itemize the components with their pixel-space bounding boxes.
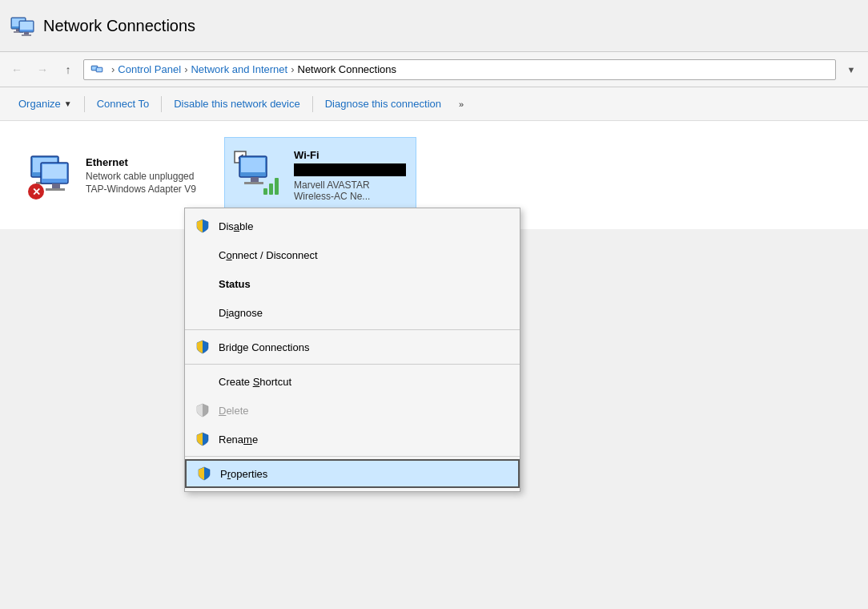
shield-bridge-icon — [195, 339, 211, 355]
wifi-adapter-info: Wi-Fi Marvell AVASTAR Wireless-AC Ne... — [294, 149, 408, 202]
ethernet-adapter-card[interactable]: ✕ Ethernet Network cable unplugged TAP-W… — [16, 137, 208, 213]
address-path: › Control Panel › Network and Internet ›… — [83, 59, 836, 80]
ctx-diagnose[interactable]: Diagnose — [185, 298, 520, 327]
svg-text:✕: ✕ — [32, 186, 41, 198]
disable-button[interactable]: Disable this network device — [163, 91, 311, 117]
ctx-status-icon-empty — [195, 276, 211, 292]
forward-button[interactable]: → — [32, 59, 53, 80]
svg-rect-27 — [244, 182, 263, 184]
ethernet-adapter-icon: ✕ — [25, 150, 76, 201]
ethernet-adapter-name: Ethernet — [86, 156, 199, 168]
window-icon — [10, 13, 35, 38]
ctx-bridge[interactable]: Bridge Connections — [185, 333, 520, 361]
shield-properties-icon — [196, 466, 212, 482]
wifi-adapter-card[interactable]: ✓ Wi-Fi Marvell AVASTAR Wireless-AC Ne..… — [224, 137, 416, 213]
ctx-shortcut-label: Create Shortcut — [219, 376, 291, 388]
organize-button[interactable]: Organize ▼ — [8, 91, 82, 117]
toolbar-more-button[interactable]: » — [452, 91, 471, 117]
wifi-adapter-icon: ✓ — [233, 150, 284, 201]
ctx-sep-3 — [185, 456, 520, 457]
path-sep-1: › — [111, 63, 115, 75]
ctx-diagnose-label: Diagnose — [219, 307, 263, 319]
ethernet-adapter-type: TAP-Windows Adapter V9 — [86, 184, 199, 195]
ctx-connect-disconnect[interactable]: Connect / Disconnect — [185, 240, 520, 269]
main-area: ✕ Ethernet Network cable unplugged TAP-W… — [0, 121, 868, 229]
toolbar: Organize ▼ Connect To Disable this netwo… — [0, 87, 868, 121]
path-network-connections: Network Connections — [298, 63, 397, 75]
svg-rect-28 — [263, 188, 267, 195]
address-dropdown-button[interactable]: ▼ — [841, 59, 862, 80]
ctx-connect-label: Connect / Disconnect — [219, 249, 318, 261]
ctx-connect-icon-empty — [195, 247, 211, 263]
ctx-status-label: Status — [219, 278, 251, 290]
shield-rename-icon — [195, 431, 211, 447]
title-bar: Network Connections — [0, 0, 868, 52]
window-title: Network Connections — [43, 17, 195, 35]
ctx-disable-label: Disable — [219, 220, 253, 232]
address-bar: ← → ↑ › Control Panel › Network and Inte… — [0, 52, 868, 87]
path-control-panel[interactable]: Control Panel — [118, 63, 181, 75]
ctx-rename[interactable]: Rename — [185, 425, 520, 454]
path-network-internet[interactable]: Network and Internet — [191, 63, 287, 75]
svg-rect-5 — [20, 22, 33, 30]
toolbar-separator-2 — [161, 96, 162, 112]
ctx-diagnose-icon-empty — [195, 304, 211, 321]
ctx-bridge-label: Bridge Connections — [219, 341, 309, 353]
ctx-create-shortcut[interactable]: Create Shortcut — [185, 367, 520, 396]
svg-rect-26 — [251, 177, 259, 182]
up-button[interactable]: ↑ — [58, 59, 78, 80]
diagnose-button[interactable]: Diagnose this connection — [315, 91, 452, 117]
ctx-shortcut-icon-empty — [195, 373, 211, 389]
svg-rect-7 — [22, 34, 31, 36]
svg-rect-25 — [241, 158, 265, 172]
wifi-adapter-name: Wi-Fi — [294, 149, 408, 161]
wifi-adapter-type: Marvell AVASTAR Wireless-AC Ne... — [294, 179, 408, 202]
ctx-status[interactable]: Status — [185, 269, 520, 298]
ctx-sep-2 — [185, 364, 520, 365]
ctx-disable[interactable]: Disable — [185, 212, 520, 240]
organize-arrow: ▼ — [64, 99, 72, 108]
ctx-delete[interactable]: Delete — [185, 396, 520, 425]
back-button[interactable]: ← — [6, 59, 27, 80]
svg-rect-30 — [275, 178, 279, 195]
svg-rect-18 — [52, 184, 60, 188]
svg-rect-17 — [42, 164, 66, 179]
connect-to-button[interactable]: Connect To — [86, 91, 160, 117]
shield-disable-icon — [195, 218, 211, 234]
context-menu: Disable Connect / Disconnect Status Diag… — [184, 208, 520, 492]
svg-rect-19 — [46, 188, 65, 191]
ctx-properties[interactable]: Properties — [185, 459, 520, 488]
svg-rect-11 — [97, 68, 102, 71]
ctx-delete-label: Delete — [219, 405, 249, 417]
ctx-properties-label: Properties — [220, 468, 267, 480]
ctx-rename-label: Rename — [219, 434, 258, 446]
toolbar-separator-3 — [312, 96, 313, 112]
toolbar-separator-1 — [84, 96, 85, 112]
ethernet-adapter-status: Network cable unplugged — [86, 171, 199, 182]
wifi-ssid-redacted — [294, 163, 406, 176]
shield-delete-icon — [195, 402, 211, 418]
svg-rect-29 — [269, 184, 273, 195]
ethernet-adapter-info: Ethernet Network cable unplugged TAP-Win… — [86, 156, 199, 195]
ctx-sep-1 — [185, 329, 520, 330]
svg-rect-6 — [24, 32, 29, 34]
